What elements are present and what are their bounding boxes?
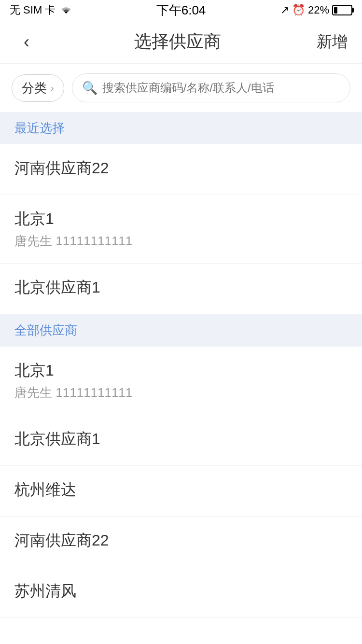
item-sub: 唐先生 11111111111 bbox=[14, 384, 348, 401]
item-name: 河南供应商22 bbox=[14, 158, 348, 179]
item-name: 北京1 bbox=[14, 209, 348, 230]
chevron-right-icon: › bbox=[51, 83, 54, 94]
wifi-icon bbox=[59, 5, 73, 15]
all-list: 北京1唐先生 11111111111北京供应商1杭州维达河南供应商22苏州清风 bbox=[0, 347, 362, 618]
status-right: ↗ ⏰ 22% bbox=[280, 4, 352, 16]
status-left: 无 SIM 卡 bbox=[10, 3, 73, 17]
list-item[interactable]: 北京1唐先生 11111111111 bbox=[0, 347, 362, 415]
item-name: 杭州维达 bbox=[14, 479, 348, 501]
all-section-label: 全部供应商 bbox=[14, 323, 77, 337]
search-box[interactable]: 🔍 bbox=[72, 73, 350, 102]
recent-section-header: 最近选择 bbox=[0, 112, 362, 144]
add-button[interactable]: 新增 bbox=[317, 31, 348, 53]
recent-list: 河南供应商22北京1唐先生 11111111111北京供应商1 bbox=[0, 144, 362, 314]
search-input[interactable] bbox=[102, 81, 340, 95]
category-label: 分类 bbox=[22, 80, 47, 97]
filter-bar: 分类 › 🔍 bbox=[0, 64, 362, 112]
list-item[interactable]: 北京1唐先生 11111111111 bbox=[0, 195, 362, 264]
list-item[interactable]: 苏州清风 bbox=[0, 567, 362, 618]
list-item[interactable]: 河南供应商22 bbox=[0, 144, 362, 195]
item-name: 北京供应商1 bbox=[14, 429, 348, 450]
sim-label: 无 SIM 卡 bbox=[10, 3, 56, 17]
list-item[interactable]: 北京供应商1 bbox=[0, 264, 362, 314]
list-item[interactable]: 北京供应商1 bbox=[0, 415, 362, 466]
nav-bar: ‹ 选择供应商 新增 bbox=[0, 20, 362, 64]
status-bar: 无 SIM 卡 下午6:04 ↗ ⏰ 22% bbox=[0, 0, 362, 20]
battery-icon bbox=[332, 5, 352, 15]
search-icon: 🔍 bbox=[82, 81, 97, 96]
back-button[interactable]: ‹ bbox=[14, 30, 39, 54]
page-title: 选择供应商 bbox=[134, 30, 221, 54]
location-icon: ↗ bbox=[280, 4, 289, 16]
item-name: 河南供应商22 bbox=[14, 530, 348, 551]
all-section-header: 全部供应商 bbox=[0, 314, 362, 347]
list-item[interactable]: 杭州维达 bbox=[0, 466, 362, 517]
alarm-icon: ⏰ bbox=[292, 4, 305, 16]
battery-percent: 22% bbox=[308, 4, 329, 16]
recent-section-label: 最近选择 bbox=[14, 121, 65, 135]
item-name: 苏州清风 bbox=[14, 581, 348, 602]
item-sub: 唐先生 11111111111 bbox=[14, 233, 348, 250]
category-button[interactable]: 分类 › bbox=[12, 74, 64, 102]
list-item[interactable]: 河南供应商22 bbox=[0, 517, 362, 567]
status-time: 下午6:04 bbox=[156, 2, 206, 19]
item-name: 北京供应商1 bbox=[14, 277, 348, 298]
item-name: 北京1 bbox=[14, 360, 348, 381]
